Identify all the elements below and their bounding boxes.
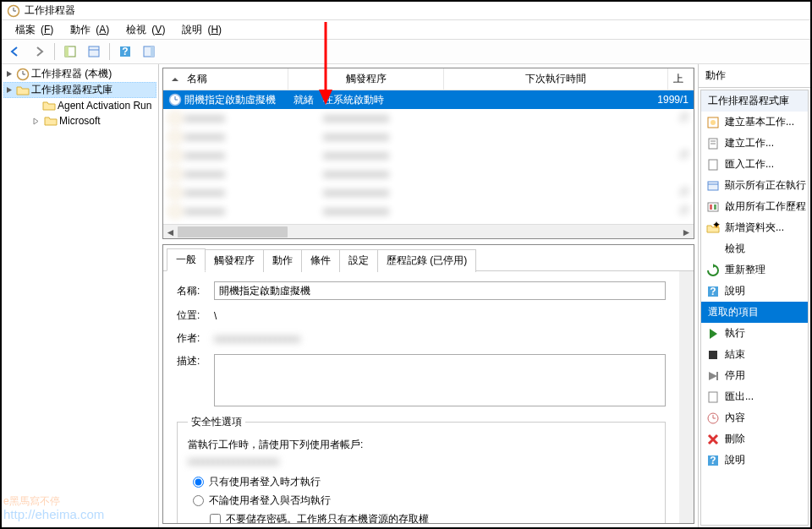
svg-rect-42 [709,392,717,402]
author-label: 作者: [177,331,207,346]
col-next[interactable]: 下次執行時間 [444,68,668,90]
back-button[interactable] [5,41,25,62]
radio-any[interactable] [193,495,204,506]
menu-bar: 檔案(F) 動作(A) 檢視(V) 說明(H) [2,20,810,39]
menu-view[interactable]: 檢視(V) [116,21,170,39]
help-icon: ? [706,454,720,467]
col-last[interactable]: 上 [668,68,694,90]
action-create[interactable]: 建立工作... [701,133,808,154]
col-name[interactable]: 名稱 [163,68,288,90]
action-disable[interactable]: 停用 [701,365,808,386]
author-value: xxxxxxxxxxxxxxxxx [214,333,300,345]
task-row[interactable]: xxxxxxxxxxxxxxxxxxxxx/7 [163,109,694,128]
toggle-actions-button[interactable] [139,41,159,62]
action-newfolder[interactable]: ✦新增資料夾... [701,217,808,238]
properties-button[interactable] [84,41,104,62]
tab-panel-general: 名稱: 位置: \ 作者: xxxxxxxxxxxxxxxxx 描述: 安全性選… [163,271,694,523]
expander-icon[interactable] [31,117,41,126]
task-row[interactable]: xxxxxxxxxxxxxxxxxxxxx/7 [163,183,694,202]
scroll-left-icon[interactable]: ◄ [163,225,178,239]
help-button[interactable]: ? [115,41,135,62]
refresh-icon [706,264,720,277]
tab-general[interactable]: 一般 [167,248,206,271]
task-trigger: 在系統啟動時 [323,94,384,106]
menu-help[interactable]: 說明(H) [172,21,227,39]
action-label: 刪除 [725,432,745,446]
task-row[interactable]: 開機指定啟動虛擬機 就緒 在系統啟動時 1999/1 [163,90,694,109]
task-row[interactable]: xxxxxxxxxxxxxxxxxxxxx [163,128,694,146]
toolbar-divider [54,43,55,60]
menu-file[interactable]: 檔案(F) [5,21,58,39]
svg-rect-33 [708,203,718,211]
svg-rect-30 [709,160,717,170]
check-nopassword[interactable] [210,514,221,523]
action-stop[interactable]: 結束 [701,344,808,365]
expander-icon[interactable] [5,85,14,95]
expander-icon[interactable] [5,69,14,79]
name-field[interactable] [214,281,666,300]
action-label: 匯出... [725,390,754,404]
task-row[interactable]: xxxxxxxxxxxxxxxxxxxxx/7 [163,146,694,165]
action-label: 結束 [725,347,745,362]
action-showall[interactable]: 顯示所有正在執行 [701,175,808,196]
import-icon [706,158,720,172]
tree-library[interactable]: 工作排程器程式庫 [3,82,156,98]
app-icon [7,4,20,18]
desc-field[interactable] [214,354,666,406]
action-props[interactable]: 內容 [701,407,808,428]
tab-settings[interactable]: 設定 [339,249,378,272]
scroll-right-icon[interactable]: ► [679,225,694,239]
enablehist-icon [706,200,720,214]
action-export[interactable]: 匯出... [701,386,808,407]
action-none[interactable]: 檢視 [701,238,808,259]
action-label: 說明 [725,284,745,298]
action-label: 啟用所有工作歷程 [725,199,806,214]
delete-icon [706,433,720,446]
action-play[interactable]: 執行 [701,323,808,344]
menu-action[interactable]: 動作(A) [60,21,114,39]
tab-actions[interactable]: 動作 [263,249,302,272]
action-refresh[interactable]: 重新整理 [701,259,808,281]
action-wizard[interactable]: 建立基本工作... [701,112,808,133]
show-hide-tree-button[interactable] [60,41,80,62]
navigation-tree[interactable]: 工作排程器 (本機) 工作排程器程式庫 Agent Activation Run… [2,64,159,527]
action-help[interactable]: ?說明 [701,281,808,302]
task-list[interactable]: 名稱 觸發程序 下次執行時間 上 開機指定啟動虛擬機 就緒 在系統啟動時 199… [162,68,694,239]
action-enablehist[interactable]: 啟用所有工作歷程 [701,196,808,217]
col-trigger[interactable]: 觸發程序 [288,68,444,90]
disable-icon [706,369,720,383]
showall-icon [706,179,720,193]
folder-icon [16,84,30,97]
security-legend: 安全性選項 [188,415,245,429]
tree-root[interactable]: 工作排程器 (本機) [3,66,156,82]
toolbar: ? [2,39,810,64]
help-icon: ? [706,285,720,298]
task-row[interactable]: xxxxxxxxxxxxxxxxxxxxx/7 [163,202,694,221]
svg-rect-7 [89,46,99,57]
forward-button[interactable] [29,41,49,62]
create-icon [706,137,720,150]
svg-point-20 [170,132,181,143]
action-label: 檢視 [725,242,745,256]
tree-root-label: 工作排程器 (本機) [31,67,112,81]
tab-triggers[interactable]: 觸發程序 [205,249,264,272]
task-row[interactable]: xxxxxxxxxxxxxxxxxxxxx [163,165,694,183]
security-options: 安全性選項 當執行工作時，請使用下列使用者帳戶: xxxxxxxxxxxxxxx… [177,415,666,523]
svg-point-24 [170,206,181,217]
svg-rect-40 [709,351,717,359]
stop-icon [706,348,720,362]
vertical-scroll-thumb[interactable] [681,271,692,339]
scroll-thumb[interactable] [178,226,288,237]
horizontal-scrollbar[interactable]: ◄ ► [163,224,694,238]
action-help[interactable]: ?說明 [701,450,808,471]
check-nopassword-label: 不要儲存密碼。工作將只有本機資源的存取權 [226,512,429,523]
tab-history[interactable]: 歷程記錄 (已停用) [377,249,476,272]
action-delete[interactable]: 刪除 [701,428,808,450]
action-import[interactable]: 匯入工作... [701,154,808,175]
tab-conditions[interactable]: 條件 [301,249,340,272]
window-title: 工作排程器 [25,3,75,18]
tree-agent[interactable]: Agent Activation Run [3,98,156,113]
radio-logged-on[interactable] [193,477,204,488]
wizard-icon [706,116,720,129]
tree-microsoft[interactable]: Microsoft [3,113,156,128]
